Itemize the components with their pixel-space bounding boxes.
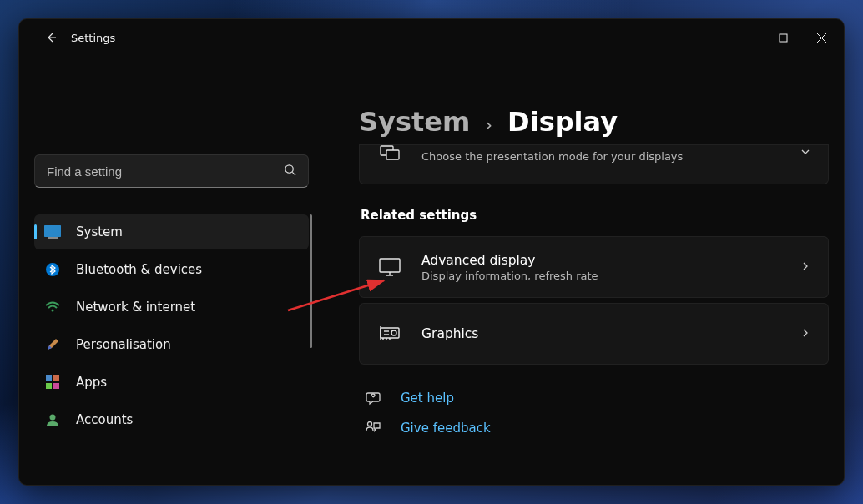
paintbrush-icon <box>44 336 61 353</box>
chevron-right-icon <box>800 260 811 275</box>
card-title: Advanced display <box>421 253 780 268</box>
svg-line-5 <box>292 172 295 175</box>
svg-rect-12 <box>53 375 59 381</box>
svg-rect-1 <box>780 34 787 42</box>
breadcrumb: System › Display <box>359 106 829 138</box>
sidebar-item-system[interactable]: System <box>34 214 309 249</box>
sidebar-item-label: System <box>76 224 123 239</box>
link-label: Get help <box>401 391 454 406</box>
sidebar-item-label: Accounts <box>76 412 133 427</box>
card-subtitle: Display information, refresh rate <box>421 270 780 282</box>
maximize-icon <box>779 33 788 43</box>
chevron-right-icon: › <box>485 114 492 135</box>
breadcrumb-current: Display <box>507 106 618 138</box>
nav: System Bluetooth & devices Network & int… <box>34 214 309 437</box>
svg-rect-13 <box>46 383 52 389</box>
feedback-icon <box>364 420 382 436</box>
app-title: Settings <box>71 32 115 44</box>
svg-rect-18 <box>380 259 400 272</box>
search-box[interactable] <box>34 154 309 188</box>
minimize-icon <box>740 33 749 43</box>
sidebar-scrollbar[interactable] <box>310 214 312 348</box>
help-links: Get help Give feedback <box>359 390 829 436</box>
card-title: Graphics <box>421 326 780 341</box>
maximize-button[interactable] <box>764 24 802 51</box>
back-button[interactable] <box>34 21 68 54</box>
chevron-right-icon <box>800 326 811 342</box>
gpu-icon <box>378 325 401 342</box>
main-content: System › Display Choose the presentation… <box>324 56 844 485</box>
card-graphics[interactable]: Graphics <box>359 303 829 365</box>
card-multiple-displays[interactable]: Choose the presentation mode for your di… <box>359 144 829 184</box>
monitor-icon <box>378 258 401 276</box>
person-icon <box>44 411 61 428</box>
close-button[interactable] <box>802 24 840 51</box>
search-icon <box>284 164 296 179</box>
help-icon <box>364 390 382 406</box>
svg-point-30 <box>368 422 372 426</box>
svg-point-15 <box>50 415 56 421</box>
close-icon <box>817 33 826 43</box>
svg-point-10 <box>52 310 54 312</box>
displays-icon <box>378 145 401 162</box>
search-input[interactable] <box>47 164 284 179</box>
svg-point-4 <box>285 164 293 172</box>
svg-rect-17 <box>386 150 399 159</box>
svg-rect-7 <box>44 225 61 237</box>
link-label: Give feedback <box>401 421 491 436</box>
sidebar-item-network[interactable]: Network & internet <box>34 290 309 325</box>
svg-point-23 <box>391 330 396 335</box>
sidebar-item-bluetooth[interactable]: Bluetooth & devices <box>34 252 309 287</box>
card-subtitle: Choose the presentation mode for your di… <box>421 150 780 163</box>
minimize-button[interactable] <box>725 24 764 51</box>
sidebar: System Bluetooth & devices Network & int… <box>19 56 324 485</box>
card-advanced-display[interactable]: Advanced display Display information, re… <box>359 236 829 298</box>
chevron-down-icon <box>800 145 811 161</box>
bluetooth-icon <box>44 261 61 278</box>
sidebar-item-label: Bluetooth & devices <box>76 262 202 277</box>
settings-window: Settings <box>18 18 845 486</box>
apps-icon <box>44 374 61 391</box>
titlebar: Settings <box>19 19 844 56</box>
sidebar-item-accounts[interactable]: Accounts <box>34 402 309 437</box>
breadcrumb-parent[interactable]: System <box>359 106 470 138</box>
wifi-icon <box>44 299 61 315</box>
svg-rect-8 <box>48 237 58 239</box>
window-controls <box>725 24 840 51</box>
link-get-help[interactable]: Get help <box>359 390 829 406</box>
sidebar-item-label: Network & internet <box>76 300 195 315</box>
sidebar-item-apps[interactable]: Apps <box>34 365 309 400</box>
sidebar-item-label: Apps <box>76 375 107 390</box>
svg-rect-11 <box>46 375 52 381</box>
sidebar-item-personalisation[interactable]: Personalisation <box>34 327 309 362</box>
arrow-left-icon <box>44 31 58 44</box>
sidebar-item-label: Personalisation <box>76 337 171 352</box>
section-heading: Related settings <box>361 208 829 223</box>
system-icon <box>44 224 61 240</box>
svg-rect-14 <box>53 383 59 389</box>
link-give-feedback[interactable]: Give feedback <box>359 420 829 436</box>
